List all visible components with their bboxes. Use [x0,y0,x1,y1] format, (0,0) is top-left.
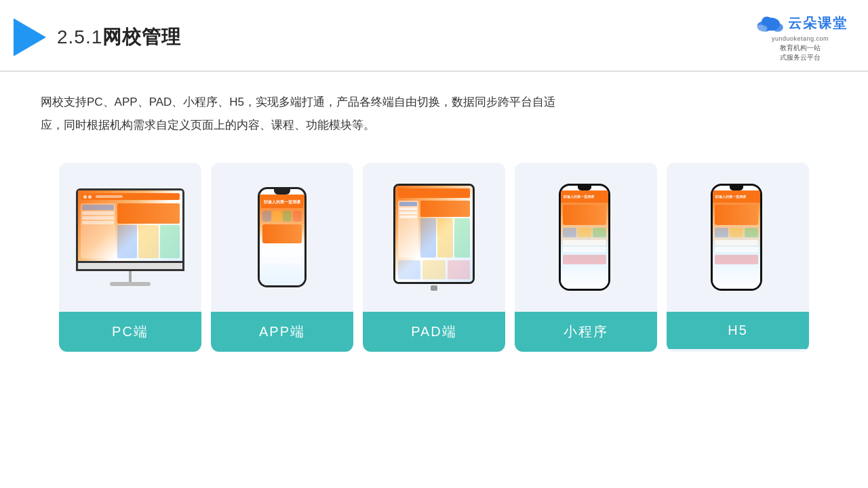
card-app-label: APP端 [211,312,353,352]
phone-screen: 职途人的第一堂洞课 [260,195,304,285]
phone-notch [274,189,290,195]
phone-h5-illustration: 职途人的第一堂洞课 [711,184,765,291]
pc-monitor-illustration [73,188,188,286]
phone-body: 职途人的第一堂洞课 [258,187,307,287]
card-app: 职途人的第一堂洞课 [211,163,353,352]
phone-small-notch [578,186,591,190]
card-miniprogram-image: 职途人的第一堂洞课 [515,163,657,312]
logo-triangle-icon [14,18,46,56]
phone-miniprogram-illustration: 职途人的第一堂洞课 [559,184,613,291]
card-pad-image [363,163,505,312]
brand-logo: 云朵课堂 yunduoketang.com 教育机构一站 式服务云平台 [753,12,848,62]
monitor-stand [129,271,132,282]
brand-name-en: yunduoketang.com [772,35,829,42]
card-h5-label: H5 [667,312,809,349]
monitor-chin [76,263,184,271]
brand-cloud: 云朵课堂 [753,12,848,34]
monitor-screen [78,190,182,261]
description-text: 网校支持PC、APP、PAD、小程序、H5，实现多端打通，产品各终端自由切换，数… [0,72,610,144]
card-pad: PAD端 [363,163,505,352]
page-title: 2.5.1网校管理 [57,24,181,50]
brand-name-cn: 云朵课堂 [788,14,848,33]
brand-slogan: 教育机构一站 式服务云平台 [780,43,821,62]
monitor-body [76,188,184,263]
svg-point-4 [754,24,767,32]
card-h5: 职途人的第一堂洞课 [667,163,809,352]
card-miniprogram: 职途人的第一堂洞课 [515,163,657,352]
card-h5-image: 职途人的第一堂洞课 [667,163,809,312]
header-left: 2.5.1网校管理 [14,18,181,56]
phone-small-body: 职途人的第一堂洞课 [559,184,610,291]
phone-app-illustration: 职途人的第一堂洞课 [255,187,309,287]
card-pc-label: PC端 [59,312,201,352]
cards-row: PC端 职途人的第一堂洞课 [0,144,868,352]
card-pad-label: PAD端 [363,312,505,352]
phone-h5-body: 职途人的第一堂洞课 [711,184,762,291]
card-miniprogram-label: 小程序 [515,312,657,352]
tablet-top-bar [398,188,470,198]
card-pc: PC端 [59,163,201,352]
cloud-icon [753,12,785,34]
phone-h5-screen: 职途人的第一堂洞课 [713,190,760,289]
tablet-button [431,285,437,291]
tablet-body [393,184,475,284]
card-pc-image [59,163,201,312]
monitor-base [110,282,151,286]
phone-h5-notch [730,186,743,190]
tablet-screen [395,186,473,282]
phone-small-screen: 职途人的第一堂洞课 [561,190,608,289]
svg-point-2 [772,23,783,32]
header: 2.5.1网校管理 云朵课堂 yunduoketang.com 教育机构一站 式… [0,0,868,72]
tablet-illustration [393,184,475,291]
card-app-image: 职途人的第一堂洞课 [211,163,353,312]
